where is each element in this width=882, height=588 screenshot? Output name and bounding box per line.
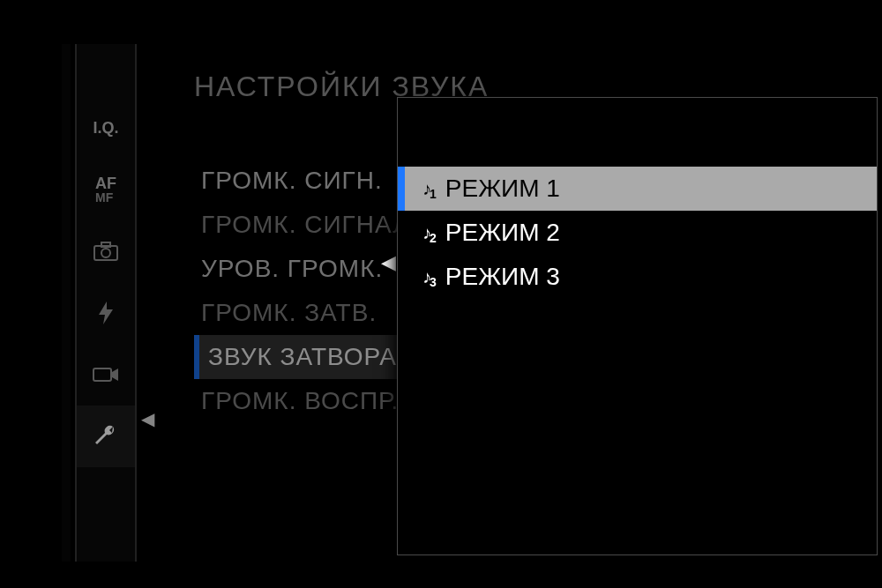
submenu-item-mode-1[interactable]: ♪1 РЕЖИМ 1	[398, 167, 877, 211]
note-icon: ♪3	[422, 267, 437, 287]
tab-iq[interactable]: I.Q.	[77, 97, 135, 159]
tab-setup[interactable]	[77, 406, 135, 467]
tab-flash[interactable]	[77, 282, 135, 344]
svg-marker-5	[112, 368, 118, 381]
tab-movie[interactable]	[77, 344, 135, 406]
submenu-item-label: РЕЖИМ 3	[445, 263, 560, 291]
camera-menu-screen: I.Q. AF MF ◀ НАСТРОЙКИ ЗВУКА ГРОМК. СИГН…	[0, 0, 882, 588]
svg-rect-4	[93, 368, 111, 381]
submenu-pointer-icon: ◀	[381, 251, 396, 274]
svg-point-2	[101, 249, 110, 257]
tab-af-label: AF	[95, 175, 116, 191]
scrollbar-track	[62, 44, 71, 562]
sidebar-pointer-icon: ◀	[141, 408, 154, 429]
submenu-item-mode-2[interactable]: ♪2 РЕЖИМ 2	[398, 211, 877, 255]
video-icon	[93, 366, 119, 383]
wrench-icon	[93, 424, 118, 449]
tab-shooting[interactable]	[77, 220, 135, 282]
camera-icon	[93, 242, 118, 261]
submenu-item-label: РЕЖИМ 2	[445, 219, 560, 247]
tab-af-mf[interactable]: AF MF	[77, 159, 135, 220]
svg-rect-1	[101, 242, 110, 247]
note-icon: ♪2	[422, 223, 437, 243]
note-icon: ♪1	[422, 179, 437, 199]
submenu-item-mode-3[interactable]: ♪3 РЕЖИМ 3	[398, 255, 877, 299]
submenu-list: ♪1 РЕЖИМ 1 ♪2 РЕЖИМ 2 ♪3 РЕЖИМ 3	[398, 167, 877, 299]
sidebar: I.Q. AF MF	[75, 44, 137, 562]
tab-mf-label: MF	[95, 191, 116, 204]
svg-marker-3	[99, 301, 113, 324]
submenu-popup: ♪1 РЕЖИМ 1 ♪2 РЕЖИМ 2 ♪3 РЕЖИМ 3	[397, 97, 878, 555]
flash-icon	[97, 301, 115, 325]
tab-iq-label: I.Q.	[93, 120, 118, 136]
submenu-item-label: РЕЖИМ 1	[445, 175, 560, 203]
